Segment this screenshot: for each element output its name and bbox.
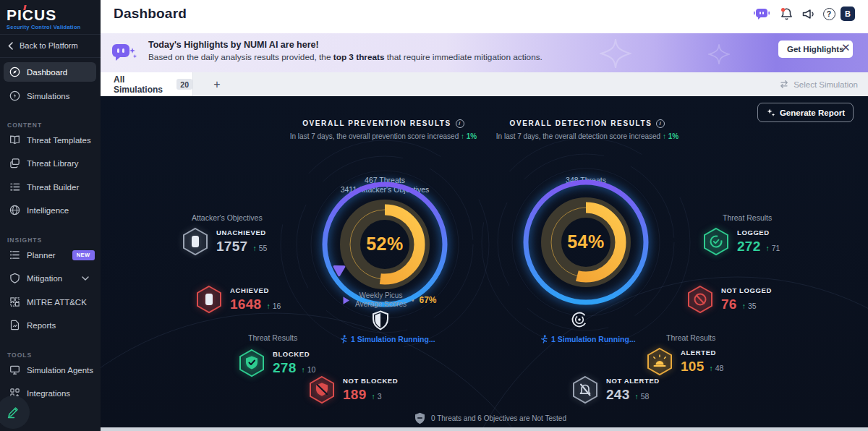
prevention-subtitle: In last 7 days, the overall prevention s… <box>290 132 459 140</box>
stat-blocked: BLOCKED 27810 <box>239 349 315 377</box>
generate-report-button[interactable]: Generate Report <box>757 103 854 122</box>
threat-results-label-left: Threat Results <box>248 333 297 342</box>
alerted-hexagon-icon <box>647 347 673 376</box>
unachieved-hexagon-icon <box>182 227 208 256</box>
stat-not-blocked: NOT BLOCKED 1893 <box>309 375 398 404</box>
notifications-bell-icon[interactable] <box>778 6 794 22</box>
announcements-megaphone-icon[interactable] <box>800 6 816 22</box>
picus-logo[interactable]: PICUS <box>7 7 56 24</box>
not-alerted-hexagon-icon <box>572 375 598 404</box>
sidebar-item-label: Intelligence <box>27 206 69 215</box>
sidebar-item-label: Threat Builder <box>27 183 79 192</box>
sidebar-item-mitigation[interactable]: Mitigation <box>4 268 96 288</box>
not-blocked-hexagon-icon <box>309 375 335 404</box>
info-icon[interactable] <box>656 119 665 128</box>
sidebar-item-dashboard[interactable]: Dashboard <box>4 62 96 82</box>
weekly-average-legend: Weekly PicusAverage Scores • 67% <box>342 291 437 309</box>
sidebar-item-label: Reports <box>27 321 56 330</box>
numi-ai-bot-icon[interactable] <box>754 6 770 22</box>
sidebar-item-label: Mitigation <box>27 274 62 283</box>
simulation-running-right[interactable]: 1 Simulation Running... <box>540 335 636 343</box>
sidebar-item-label: MITRE ATT&CK <box>27 298 87 307</box>
blocked-hexagon-icon <box>239 349 265 377</box>
sidebar-item-intelligence[interactable]: Intelligence <box>4 200 96 220</box>
report-file-icon <box>9 320 20 330</box>
not-tested-note: 0 Threats and 6 Objectives are Not Teste… <box>414 412 566 424</box>
planner-icon <box>9 249 20 260</box>
help-icon[interactable] <box>821 6 837 22</box>
add-tab-button[interactable]: + <box>205 72 229 96</box>
feedback-pencil-button[interactable] <box>0 396 30 429</box>
page-title: Dashboard <box>114 6 187 22</box>
sidebar-item-threat-builder[interactable]: Threat Builder <box>4 177 96 197</box>
select-simulation-button[interactable]: Select Simulation <box>779 72 858 96</box>
back-to-platform-label: Back to Platform <box>20 41 78 50</box>
user-avatar[interactable]: B <box>841 7 855 21</box>
detection-subtitle: In last 7 days, the overall detection sc… <box>496 132 660 140</box>
top-header: Dashboard B <box>101 0 868 31</box>
grid-icon <box>9 296 20 307</box>
banner-title: Today's Highlights by NUMI AI are here! <box>148 40 319 50</box>
sidebar-section-insights: INSIGHTS <box>7 236 42 244</box>
simulation-running-label: 1 Simulation Running... <box>351 335 435 343</box>
decorative-rings <box>101 96 868 427</box>
pencil-icon <box>6 405 20 419</box>
threat-results-label-right-top: Threat Results <box>723 213 772 222</box>
tab-all-simulations[interactable]: All Simulations 20 <box>101 72 193 96</box>
runner-icon <box>339 335 347 343</box>
chevron-down-icon <box>82 276 89 281</box>
numi-banner-bot-icon <box>111 42 138 67</box>
detection-header: OVERALL DETECTION RESULTS In last 7 days… <box>435 116 739 140</box>
logged-hexagon-icon <box>703 227 729 256</box>
brand-tagline: Security Control Validation <box>7 24 81 30</box>
shield-icon <box>9 273 20 283</box>
bottom-strip <box>0 427 868 431</box>
sidebar-item-reports[interactable]: Reports <box>4 315 96 335</box>
banner-body: Based on the daily analysis results prov… <box>148 52 542 62</box>
globe-icon <box>9 205 20 216</box>
decorative-sparkle <box>708 43 730 65</box>
stat-logged: LOGGED 27271 <box>703 227 780 256</box>
sidebar-item-simulations[interactable]: Simulations <box>4 86 96 106</box>
divider <box>0 34 101 35</box>
new-badge: NEW <box>72 250 95 260</box>
simulation-running-left[interactable]: 1 Simulation Running... <box>339 335 435 343</box>
shield-minus-icon <box>414 412 425 424</box>
sidebar-item-threat-templates[interactable]: Threat Templates <box>4 130 96 150</box>
list-builder-icon <box>9 182 20 192</box>
tab-count-badge: 20 <box>176 79 192 90</box>
decorative-sparkle <box>600 38 631 69</box>
sidebar-item-mitre-attack[interactable]: MITRE ATT&CK <box>4 292 96 312</box>
sidebar-item-simulation-agents[interactable]: Simulation Agents <box>4 360 96 380</box>
threat-results-label-right-bottom: Threat Results <box>666 333 715 342</box>
select-simulation-label: Select Simulation <box>793 80 858 89</box>
stat-achieved: ACHIEVED 164816 <box>196 285 281 314</box>
sidebar-item-label: Threat Templates <box>27 136 91 145</box>
swap-arrows-icon <box>779 80 789 88</box>
detection-title: OVERALL DETECTION RESULTS <box>510 119 652 127</box>
monitor-icon <box>9 364 20 375</box>
achieved-hexagon-icon <box>196 285 222 314</box>
not-logged-hexagon-icon <box>687 285 713 314</box>
tab-label: All Simulations <box>114 74 171 95</box>
sidebar-item-threat-library[interactable]: Threat Library <box>4 153 96 173</box>
book-icon <box>9 135 20 145</box>
runner-icon <box>540 335 548 343</box>
stat-not-alerted: NOT ALERTED 24358 <box>572 375 660 404</box>
sidebar-item-label: Dashboard <box>27 68 67 77</box>
detection-score: 54% <box>542 231 629 252</box>
sidebar-section-content: CONTENT <box>7 121 42 129</box>
divider <box>0 57 101 58</box>
back-to-platform-button[interactable]: Back to Platform <box>0 37 101 54</box>
banner-close-icon[interactable]: ✕ <box>841 41 851 54</box>
simulation-running-label: 1 Simulation Running... <box>551 335 636 343</box>
prevention-title: OVERALL PREVENTION RESULTS <box>302 119 451 127</box>
weekly-average-value: 67% <box>419 295 436 305</box>
compass-icon <box>9 67 20 77</box>
copies-icon <box>9 158 20 168</box>
sidebar-item-label: Simulations <box>27 92 69 101</box>
chevron-left-icon <box>8 42 13 50</box>
sidebar-item-label: Integrations <box>27 389 70 398</box>
sidebar-item-planner[interactable]: Planner NEW <box>4 245 96 265</box>
sidebar: PICUS Security Control Validation Back t… <box>0 0 101 431</box>
